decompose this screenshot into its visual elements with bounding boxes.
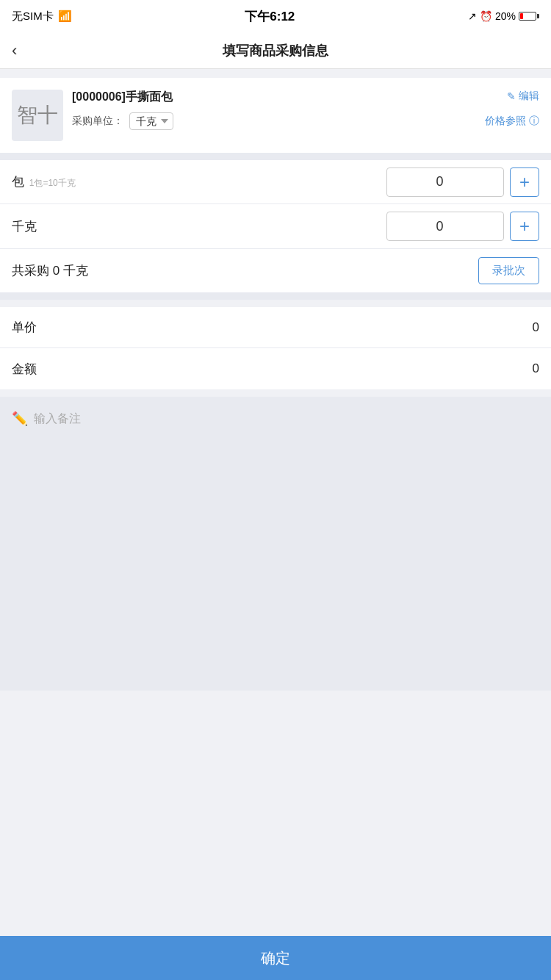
status-left: 无SIM卡 📶 bbox=[12, 10, 72, 24]
pack-sub: 1包=10千克 bbox=[29, 178, 76, 188]
total-label: 共采购 0 千克 bbox=[12, 262, 478, 279]
price-ref-label: 价格参照 bbox=[485, 115, 526, 128]
pack-plus-button[interactable]: + bbox=[510, 167, 539, 197]
amount-row: 金额 0 bbox=[0, 348, 551, 389]
unit-label: 采购单位： bbox=[72, 115, 123, 128]
price-section: 单价 0 金额 0 bbox=[0, 307, 551, 389]
product-thumbnail: 智十 bbox=[12, 90, 63, 141]
pack-label: 包 1包=10千克 bbox=[12, 173, 76, 190]
edit-icon: ✎ bbox=[507, 90, 516, 102]
pack-input-row: 包 1包=10千克 + bbox=[0, 160, 551, 204]
note-section[interactable]: ✏️ 输入备注 bbox=[0, 397, 551, 441]
wifi-icon: 📶 bbox=[58, 10, 72, 23]
price-ref-icon: ⓘ bbox=[529, 115, 539, 128]
total-row: 共采购 0 千克 录批次 bbox=[0, 248, 551, 292]
separator-1 bbox=[0, 153, 551, 160]
battery-icon bbox=[519, 12, 539, 21]
unit-price-row: 单价 0 bbox=[0, 307, 551, 348]
back-button[interactable]: ‹ bbox=[12, 35, 23, 66]
nav-bar: ‹ 填写商品采购信息 bbox=[0, 32, 551, 69]
kg-plus-button[interactable]: + bbox=[510, 212, 539, 241]
kg-label: 千克 bbox=[12, 218, 71, 235]
battery-percent: 20% bbox=[495, 10, 516, 22]
edit-label: 编辑 bbox=[519, 90, 539, 103]
confirm-button[interactable]: 确定 bbox=[0, 936, 551, 980]
unit-select[interactable]: 千克 包 bbox=[129, 112, 173, 130]
product-logo: 智十 bbox=[17, 101, 58, 129]
carrier-text: 无SIM卡 bbox=[12, 10, 54, 24]
note-placeholder: 输入备注 bbox=[34, 411, 81, 427]
page-title: 填写商品采购信息 bbox=[223, 42, 328, 60]
product-unit-row: 采购单位： 千克 包 bbox=[72, 112, 464, 130]
location-icon: ↗ bbox=[468, 10, 477, 22]
product-card: 智十 [0000006]手撕面包 采购单位： 千克 包 ✎ 编辑 价格参照 ⓘ bbox=[0, 78, 551, 153]
product-name: [0000006]手撕面包 bbox=[72, 90, 464, 105]
kg-input-row: 千克 + bbox=[0, 204, 551, 248]
alarm-icon: ⏰ bbox=[480, 10, 492, 22]
edit-button[interactable]: ✎ 编辑 bbox=[507, 90, 539, 103]
batch-button[interactable]: 录批次 bbox=[478, 257, 539, 284]
separator-2 bbox=[0, 292, 551, 300]
unit-price-label: 单价 bbox=[12, 319, 533, 336]
unit-price-value: 0 bbox=[533, 320, 539, 335]
amount-value: 0 bbox=[533, 361, 539, 376]
product-info: [0000006]手撕面包 采购单位： 千克 包 bbox=[72, 90, 464, 130]
pack-input[interactable] bbox=[386, 167, 504, 197]
pencil-icon: ✏️ bbox=[12, 411, 28, 427]
input-section: 包 1包=10千克 + 千克 + bbox=[0, 160, 551, 248]
kg-input[interactable] bbox=[386, 212, 504, 241]
status-right: ↗ ⏰ 20% bbox=[468, 10, 539, 22]
status-bar: 无SIM卡 📶 下午6:12 ↗ ⏰ 20% bbox=[0, 0, 551, 32]
product-actions: ✎ 编辑 价格参照 ⓘ bbox=[473, 90, 539, 128]
confirm-label: 确定 bbox=[261, 948, 290, 968]
status-time: 下午6:12 bbox=[245, 8, 295, 25]
bottom-fill bbox=[0, 441, 551, 691]
price-ref-button[interactable]: 价格参照 ⓘ bbox=[485, 115, 539, 128]
amount-label: 金额 bbox=[12, 361, 533, 378]
